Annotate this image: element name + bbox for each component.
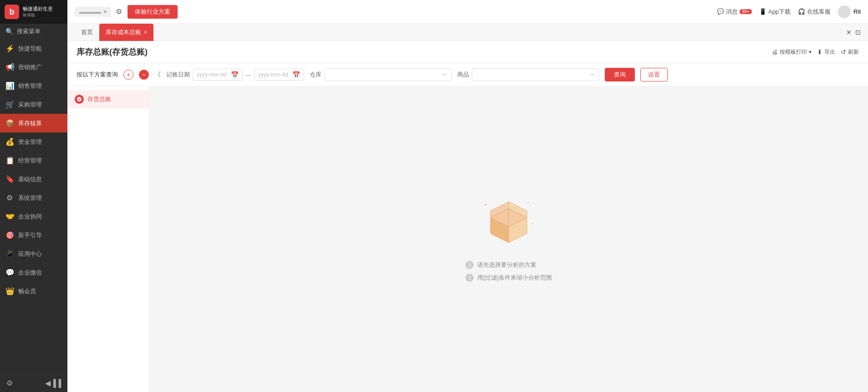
breadcrumb-text: ▬▬▬▬ [79, 9, 101, 15]
date-filter-group: 记账日期 yyyy-mm-dd 📅 — yyyy-mm-dd 📅 [166, 69, 304, 81]
page-title: 库存总账(存货总账) [77, 46, 148, 63]
sidebar-item-purchase[interactable]: 🛒 采购管理 [0, 95, 67, 114]
sidebar-menu: ⚡ 快捷导航 📢 营销推广 📊 销售管理 🛒 采购管理 📦 库存核算 💰 资金管… [0, 39, 67, 374]
app-center-icon: 📱 [5, 249, 14, 258]
warehouse-more-icon: ··· [442, 71, 447, 79]
guide-icon: 🎯 [5, 231, 14, 239]
sidebar-item-marketing[interactable]: 📢 营销推广 [0, 58, 67, 76]
sidebar-item-inventory[interactable]: 📦 库存核算 [0, 114, 67, 132]
search-menu[interactable]: 🔍 搜索菜单 [0, 24, 67, 39]
tab-resize-icon[interactable]: ⊡ [855, 29, 861, 36]
product-label: 商品 [457, 71, 469, 79]
empty-state: ✦ ✦ ✦ 1 请先选择要分析的方案 2 用[过滤]条件来缩 [465, 197, 551, 282]
sidebar-item-basic-info[interactable]: 🔖 基础信息 [0, 170, 67, 188]
filter-label: 按以下方案查询 [77, 71, 118, 79]
tab-inventory-cost[interactable]: 库存成本总账 × [99, 24, 153, 41]
refresh-icon: ↺ [841, 48, 846, 56]
wechat-icon: 💬 [5, 268, 14, 277]
message-icon: 💬 [717, 8, 724, 15]
product-filter-group: 商品 ··· [457, 68, 599, 81]
filter-remove-btn[interactable]: − [139, 70, 149, 80]
print-btn[interactable]: 🖨 按模板打印 ▾ [771, 48, 812, 56]
page-area: 库存总账(存货总账) 🖨 按模板打印 ▾ ⬇ 导出 ↺ 刷新 按以下方案查询 [67, 41, 868, 392]
quick-nav-icon: ⚡ [5, 44, 14, 53]
marketing-icon: 📢 [5, 63, 14, 71]
sidebar-item-quick-nav[interactable]: ⚡ 快捷导航 [0, 39, 67, 58]
sales-icon: 📊 [5, 81, 14, 90]
topbar-settings-icon[interactable]: ⚙ [116, 7, 122, 16]
filter-add-btn[interactable]: + [123, 70, 133, 80]
scheme-icon [75, 95, 84, 104]
print-icon: 🖨 [771, 48, 778, 56]
sidebar-item-guide[interactable]: 🎯 新手引导 [0, 226, 67, 244]
purchase-icon: 🛒 [5, 100, 14, 109]
svg-text:✦: ✦ [531, 222, 534, 225]
content-body: 存货总账 [67, 87, 868, 392]
page-header: 库存总账(存货总账) 🖨 按模板打印 ▾ ⬇ 导出 ↺ 刷新 [67, 41, 868, 63]
footer-audio-icon[interactable]: ◀▐▐ [45, 379, 61, 387]
message-btn[interactable]: 💬 消息 99+ [717, 8, 752, 16]
sidebar-item-member[interactable]: 👑 畅会员 [0, 282, 67, 300]
industry-btn[interactable]: 体验行业方案 [128, 5, 178, 19]
online-service-btn[interactable]: 🎧 在线客服 [798, 8, 831, 16]
sidebar-item-system[interactable]: ⚙ 系统管理 [0, 188, 67, 207]
sidebar-item-wechat[interactable]: 💬 企业微信 [0, 263, 67, 282]
print-dropdown-icon: ▾ [809, 49, 812, 55]
topbar-right: 💬 消息 99+ 📱 App下载 🎧 在线客服 Rit [717, 5, 861, 18]
member-icon: 👑 [5, 287, 14, 295]
tip-item-2: 2 用[过滤]条件来缩小分析范围 [465, 274, 551, 282]
inventory-icon: 📦 [5, 119, 14, 127]
date-to-input[interactable]: yyyy-mm-dd 📅 [254, 69, 304, 81]
svg-text:✦: ✦ [484, 202, 487, 207]
tab-close-panel-icon[interactable]: ✕ [846, 29, 852, 36]
right-panel: ✦ ✦ ✦ 1 请先选择要分析的方案 2 用[过滤]条件来缩 [149, 87, 868, 392]
tip-item-1: 1 请先选择要分析的方案 [465, 261, 551, 269]
product-select[interactable]: ··· [472, 68, 599, 81]
date-from-input[interactable]: yyyy-mm-dd 📅 [193, 69, 243, 81]
export-btn[interactable]: ⬇ 导出 [817, 48, 835, 56]
tip-num-1: 1 [465, 261, 474, 269]
finance-icon: 💰 [5, 137, 14, 146]
main-content: ▬▬▬▬ ▾ ⚙ 体验行业方案 💬 消息 99+ 📱 App下载 🎧 在线客服 [67, 0, 868, 392]
sidebar-footer: ⚙ ◀▐▐ [0, 374, 67, 392]
date-separator: — [245, 71, 251, 78]
date-label: 记账日期 [166, 71, 190, 79]
tabbar: 首页 库存成本总账 × ✕ ⊡ [67, 24, 868, 41]
user-menu[interactable]: Rit [838, 5, 861, 18]
product-more-icon: ··· [590, 71, 594, 79]
sidebar-item-app-center[interactable]: 📱 应用中心 [0, 244, 67, 263]
warehouse-filter-group: 仓库 ··· [310, 68, 452, 81]
app-download-btn[interactable]: 📱 App下载 [759, 8, 791, 16]
filter-collapse-btn[interactable]: 《 [154, 71, 161, 79]
tab-close-icon[interactable]: × [144, 29, 147, 36]
sidebar: b 畅捷通好生意 标准版 🔍 搜索菜单 ⚡ 快捷导航 📢 营销推广 📊 销售管理… [0, 0, 67, 392]
app-download-icon: 📱 [759, 8, 766, 15]
calendar-to-icon: 📅 [292, 71, 300, 78]
topbar: ▬▬▬▬ ▾ ⚙ 体验行业方案 💬 消息 99+ 📱 App下载 🎧 在线客服 [67, 0, 868, 24]
enterprise-icon: 🤝 [5, 212, 14, 221]
search-icon: 🔍 [5, 28, 13, 35]
tab-home[interactable]: 首页 [75, 24, 99, 41]
logo-icon: b [5, 5, 19, 19]
footer-settings-icon[interactable]: ⚙ [6, 379, 13, 387]
headset-icon: 🎧 [798, 8, 805, 15]
scheme-item-inventory-total[interactable]: 存货总账 [67, 90, 149, 108]
left-panel: 存货总账 [67, 87, 149, 392]
settings-btn[interactable]: 设置 [640, 68, 668, 81]
system-icon: ⚙ [5, 193, 14, 202]
warehouse-select[interactable]: ··· [324, 68, 452, 81]
tip-num-2: 2 [465, 274, 474, 282]
sidebar-item-enterprise[interactable]: 🤝 企业协同 [0, 207, 67, 226]
sidebar-item-operations[interactable]: 📋 经营管理 [0, 151, 67, 170]
avatar [838, 5, 851, 18]
basic-info-icon: 🔖 [5, 175, 14, 183]
sidebar-item-sales[interactable]: 📊 销售管理 [0, 76, 67, 95]
page-header-actions: 🖨 按模板打印 ▾ ⬇ 导出 ↺ 刷新 [771, 48, 859, 61]
refresh-btn[interactable]: ↺ 刷新 [841, 48, 859, 56]
filter-bar: 按以下方案查询 + − 《 记账日期 yyyy-mm-dd 📅 — yyyy-m… [67, 63, 868, 87]
export-icon: ⬇ [817, 48, 822, 56]
query-btn[interactable]: 查询 [605, 68, 635, 81]
breadcrumb[interactable]: ▬▬▬▬ ▾ [75, 7, 111, 17]
sidebar-item-finance[interactable]: 💰 资金管理 [0, 132, 67, 151]
svg-text:✦: ✦ [527, 201, 530, 205]
